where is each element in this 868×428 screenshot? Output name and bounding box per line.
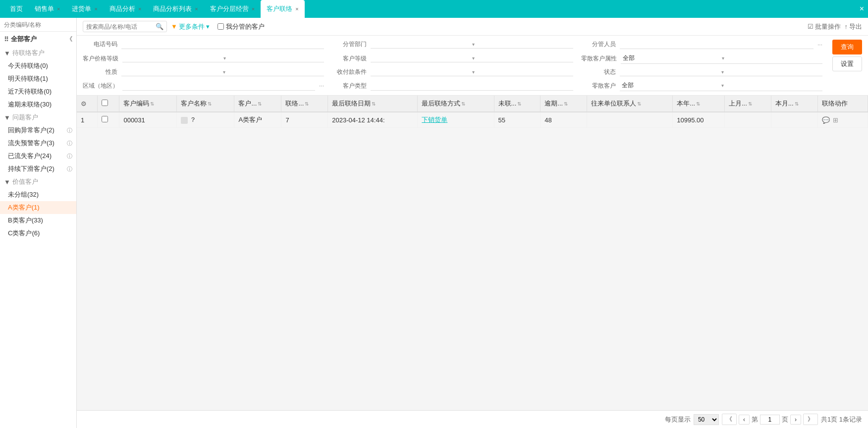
sidebar-item[interactable]: 明天待联络(1) [0, 72, 76, 85]
query-btn[interactable]: 查询 [832, 40, 862, 54]
sidebar-item[interactable]: 回购异常客户(2)ⓘ [0, 124, 76, 137]
filter-more-btn[interactable]: ▼ 更多条件 ▾ [171, 22, 210, 31]
col-this_month[interactable]: 本月...⇅ [771, 96, 817, 112]
page-size-select[interactable]: 20 50 100 [694, 414, 719, 425]
table-scroll[interactable]: ⚙客户编码⇅客户名称⇅客户...⇅联络...⇅最后联络日期⇅最后联络方式⇅未联.… [77, 96, 868, 410]
settings-btn[interactable]: 设置 [832, 56, 862, 71]
select-all-checkbox[interactable] [102, 100, 108, 106]
col-last_month[interactable]: 上月...⇅ [724, 96, 771, 112]
sidebar-item[interactable]: 已流失客户(24)ⓘ [0, 150, 76, 162]
nav-tab-客户分层经营[interactable]: 客户分层经营× [204, 0, 261, 18]
filter-customer-level-select[interactable]: ▾ [371, 54, 573, 62]
col-last_contact_method[interactable]: 最后联络方式⇅ [418, 96, 494, 112]
sidebar-item-label: B类客户(33) [8, 216, 43, 225]
col-overdue[interactable]: 逾期...⇅ [541, 96, 587, 112]
col-company_contact[interactable]: 往来单位联系人⇅ [587, 96, 673, 112]
next-page-btn[interactable]: › [790, 415, 801, 425]
sort-icon[interactable]: ⇅ [637, 101, 641, 107]
sort-icon[interactable]: ⇅ [795, 101, 799, 107]
sidebar-collapse-icon[interactable]: 《 [66, 35, 72, 44]
export-btn[interactable]: ↑ 导出 [845, 22, 863, 31]
sidebar-item[interactable]: 今天待联络(0) [0, 59, 76, 72]
info-icon[interactable]: ⓘ [67, 140, 72, 147]
my-customers-filter[interactable]: 我分管的客户 [217, 22, 265, 31]
filter-region-input[interactable] [122, 81, 315, 91]
sidebar-item[interactable]: 近7天待联络(0) [0, 85, 76, 98]
page-input[interactable] [760, 415, 780, 425]
tab-close-icon[interactable]: × [57, 6, 60, 12]
filter-scattered-attr-select[interactable]: 全部 ▾ [621, 53, 822, 64]
col-uncontacted[interactable]: 未联...⇅ [494, 96, 541, 112]
last-contact-method[interactable]: 下销货单 [422, 116, 447, 123]
settings-icon[interactable]: ⚙ [81, 100, 87, 107]
filter-dept-select[interactable]: ▾ [371, 41, 573, 49]
tab-close-icon[interactable]: × [94, 6, 97, 12]
sidebar-item[interactable]: 未分组(32) [0, 188, 76, 201]
sidebar-search-input[interactable] [4, 21, 77, 28]
sidebar-item-label: 流失预警客户(3) [8, 139, 54, 148]
bulk-op-btn[interactable]: ☑ 批量操作 [808, 22, 841, 31]
col-level[interactable]: 客户...⇅ [234, 96, 281, 112]
nav-tab-商品分析列表[interactable]: 商品分析列表× [147, 0, 204, 18]
tab-close-icon[interactable]: × [195, 6, 198, 12]
col-last_contact_date[interactable]: 最后联络日期⇅ [328, 96, 418, 112]
info-icon[interactable]: ⓘ [67, 127, 72, 134]
info-icon[interactable]: ⓘ [67, 153, 72, 160]
chat-icon[interactable]: 💬 [822, 116, 830, 124]
filter-region-dots[interactable]: ··· [319, 82, 324, 89]
filter-search-input[interactable] [86, 23, 156, 30]
nav-home[interactable]: 首页 [4, 4, 29, 13]
col-contact_count[interactable]: 联络...⇅ [281, 96, 328, 112]
tab-close-icon[interactable]: × [138, 6, 141, 12]
nav-tab-销售单[interactable]: 销售单× [29, 0, 66, 18]
filter-payment-select[interactable]: ▾ [371, 68, 573, 76]
sort-icon[interactable]: ⇅ [208, 101, 212, 107]
last-page-btn[interactable]: 》 [803, 414, 818, 425]
filter-person-dots[interactable]: ··· [817, 41, 822, 48]
sort-icon[interactable]: ⇅ [461, 101, 465, 107]
my-customers-checkbox[interactable] [217, 23, 224, 30]
sidebar-group-label[interactable]: ▼问题客户 [0, 111, 76, 124]
filter-nature-select[interactable]: ▾ [121, 68, 324, 76]
sidebar-item[interactable]: B类客户(33) [0, 214, 76, 227]
filter-price-level-select[interactable]: ▾ [122, 54, 324, 62]
sidebar-item[interactable]: 流失预警客户(3)ⓘ [0, 137, 76, 150]
sidebar-group-label[interactable]: ▼价值客户 [0, 175, 76, 188]
filter-status-select[interactable]: ▾ [620, 68, 822, 76]
sidebar-item[interactable]: 逾期未联络(30) [0, 98, 76, 111]
sidebar-group-label[interactable]: ▼待联络客户 [0, 47, 76, 59]
filter-scattered-select[interactable]: 全部 ▾ [620, 80, 822, 91]
sidebar-item[interactable]: 持续下滑客户(2)ⓘ [0, 162, 76, 175]
col-name[interactable]: 客户名称⇅ [177, 96, 234, 112]
sidebar-item[interactable]: C类客户(6) [0, 227, 76, 240]
row-checkbox[interactable] [102, 116, 108, 122]
sidebar-item[interactable]: A类客户(1) [0, 201, 76, 214]
sort-icon[interactable]: ⇅ [258, 101, 262, 107]
sort-icon[interactable]: ⇅ [564, 101, 568, 107]
sort-icon[interactable]: ⇅ [372, 101, 376, 107]
nav-tab-客户联络[interactable]: 客户联络× [261, 0, 304, 18]
col-code[interactable]: 客户编码⇅ [119, 96, 177, 112]
sort-icon[interactable]: ⇅ [517, 101, 521, 107]
filter-customer-type-input[interactable] [371, 81, 573, 91]
sort-icon[interactable]: ⇅ [305, 101, 309, 107]
col-gear[interactable]: ⚙ [77, 96, 98, 112]
first-page-btn[interactable]: 《 [722, 414, 737, 425]
info-icon[interactable]: ⓘ [67, 165, 72, 173]
nav-tab-商品分析[interactable]: 商品分析× [104, 0, 147, 18]
filter-person-input[interactable] [620, 40, 814, 49]
nav-close-all[interactable]: × [860, 4, 864, 13]
sort-icon[interactable]: ⇅ [150, 101, 154, 107]
sort-icon[interactable]: ⇅ [748, 101, 752, 107]
prev-page-btn[interactable]: ‹ [739, 415, 750, 425]
filter-phone-input[interactable] [121, 40, 324, 49]
sort-icon[interactable]: ⇅ [696, 101, 700, 107]
tab-close-icon[interactable]: × [295, 6, 298, 12]
group-label-text: 问题客户 [12, 113, 38, 122]
qr-icon[interactable]: ⊞ [833, 116, 838, 124]
tab-close-icon[interactable]: × [252, 6, 255, 12]
filter-search-icon[interactable]: 🔍 [156, 23, 163, 30]
col-this_year[interactable]: 本年...⇅ [673, 96, 725, 112]
nav-tab-进货单[interactable]: 进货单× [66, 0, 103, 18]
sidebar-root[interactable]: ⠿ 全部客户 《 [0, 32, 76, 47]
